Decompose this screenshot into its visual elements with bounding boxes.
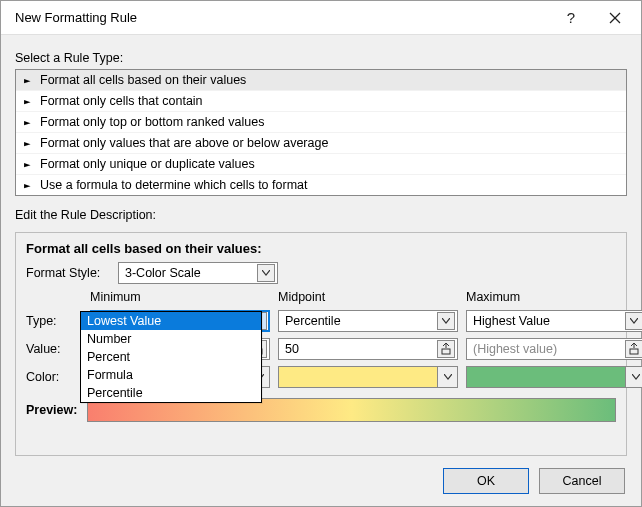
rule-type-text: Format only top or bottom ranked values bbox=[40, 115, 264, 129]
list-marker-icon: ► bbox=[24, 137, 34, 150]
color-label: Color: bbox=[26, 370, 82, 384]
dropdown-option[interactable]: Lowest Value bbox=[81, 312, 261, 330]
list-marker-icon: ► bbox=[24, 116, 34, 129]
new-formatting-rule-dialog: New Formatting Rule ? Select a Rule Type… bbox=[0, 0, 642, 507]
minimum-header: Minimum bbox=[90, 290, 270, 304]
chevron-down-icon bbox=[437, 312, 455, 330]
rule-type-item[interactable]: ► Format only values that are above or b… bbox=[16, 133, 626, 154]
rule-type-item[interactable]: ► Format only cells that contain bbox=[16, 91, 626, 112]
rule-type-text: Format only cells that contain bbox=[40, 94, 203, 108]
titlebar: New Formatting Rule ? bbox=[1, 1, 641, 35]
range-selector-icon[interactable] bbox=[437, 340, 455, 358]
edit-rule-description-label: Edit the Rule Description: bbox=[15, 208, 627, 222]
maximum-header: Maximum bbox=[466, 290, 642, 304]
maximum-type-select[interactable]: Highest Value bbox=[466, 310, 642, 332]
help-button[interactable]: ? bbox=[549, 3, 593, 33]
select-rule-type-label: Select a Rule Type: bbox=[15, 51, 627, 65]
dialog-content: Select a Rule Type: ► Format all cells b… bbox=[1, 35, 641, 456]
color-swatch bbox=[279, 367, 437, 387]
svg-rect-3 bbox=[442, 349, 450, 354]
rule-type-list[interactable]: ► Format all cells based on their values… bbox=[15, 69, 627, 196]
question-icon: ? bbox=[567, 9, 575, 26]
minimum-type-dropdown[interactable]: Lowest Value Number Percent Formula Perc… bbox=[80, 311, 262, 403]
type-label: Type: bbox=[26, 314, 82, 328]
maximum-color-select[interactable] bbox=[466, 366, 642, 388]
maximum-value-input[interactable]: (Highest value) bbox=[466, 338, 642, 360]
rule-type-item[interactable]: ► Format all cells based on their values bbox=[16, 70, 626, 91]
dropdown-option[interactable]: Formula bbox=[81, 366, 261, 384]
list-marker-icon: ► bbox=[24, 158, 34, 171]
description-heading: Format all cells based on their values: bbox=[26, 241, 616, 256]
value-label: Value: bbox=[26, 342, 82, 356]
midpoint-value-text: 50 bbox=[285, 342, 299, 356]
chevron-down-icon bbox=[437, 367, 457, 387]
svg-rect-4 bbox=[630, 349, 638, 354]
format-style-select[interactable]: 3-Color Scale bbox=[118, 262, 278, 284]
list-marker-icon: ► bbox=[24, 74, 34, 87]
midpoint-type-select[interactable]: Percentile bbox=[278, 310, 458, 332]
preview-label: Preview: bbox=[26, 403, 77, 417]
close-button[interactable] bbox=[593, 3, 637, 33]
maximum-type-value: Highest Value bbox=[473, 314, 550, 328]
list-marker-icon: ► bbox=[24, 95, 34, 108]
rule-description-box: Format all cells based on their values: … bbox=[15, 232, 627, 456]
dropdown-option[interactable]: Percent bbox=[81, 348, 261, 366]
midpoint-color-select[interactable] bbox=[278, 366, 458, 388]
dropdown-option[interactable]: Number bbox=[81, 330, 261, 348]
maximum-value-text: (Highest value) bbox=[473, 342, 557, 356]
close-icon bbox=[609, 12, 621, 24]
dropdown-option[interactable]: Percentile bbox=[81, 384, 261, 402]
rule-type-item[interactable]: ► Format only unique or duplicate values bbox=[16, 154, 626, 175]
dialog-footer: OK Cancel bbox=[1, 456, 641, 506]
rule-type-text: Format all cells based on their values bbox=[40, 73, 246, 87]
chevron-down-icon bbox=[625, 367, 642, 387]
range-selector-icon[interactable] bbox=[625, 340, 642, 358]
ok-button[interactable]: OK bbox=[443, 468, 529, 494]
format-style-value: 3-Color Scale bbox=[125, 266, 201, 280]
list-marker-icon: ► bbox=[24, 179, 34, 192]
color-swatch bbox=[467, 367, 625, 387]
format-style-row: Format Style: 3-Color Scale bbox=[26, 262, 616, 284]
rule-type-item[interactable]: ► Use a formula to determine which cells… bbox=[16, 175, 626, 195]
chevron-down-icon bbox=[625, 312, 642, 330]
rule-type-item[interactable]: ► Format only top or bottom ranked value… bbox=[16, 112, 626, 133]
cancel-button[interactable]: Cancel bbox=[539, 468, 625, 494]
midpoint-type-value: Percentile bbox=[285, 314, 341, 328]
rule-type-text: Format only values that are above or bel… bbox=[40, 136, 328, 150]
midpoint-header: Midpoint bbox=[278, 290, 458, 304]
window-title: New Formatting Rule bbox=[15, 10, 549, 25]
midpoint-value-input[interactable]: 50 bbox=[278, 338, 458, 360]
rule-type-text: Format only unique or duplicate values bbox=[40, 157, 255, 171]
chevron-down-icon bbox=[257, 264, 275, 282]
format-style-label: Format Style: bbox=[26, 266, 112, 280]
rule-type-text: Use a formula to determine which cells t… bbox=[40, 178, 307, 192]
